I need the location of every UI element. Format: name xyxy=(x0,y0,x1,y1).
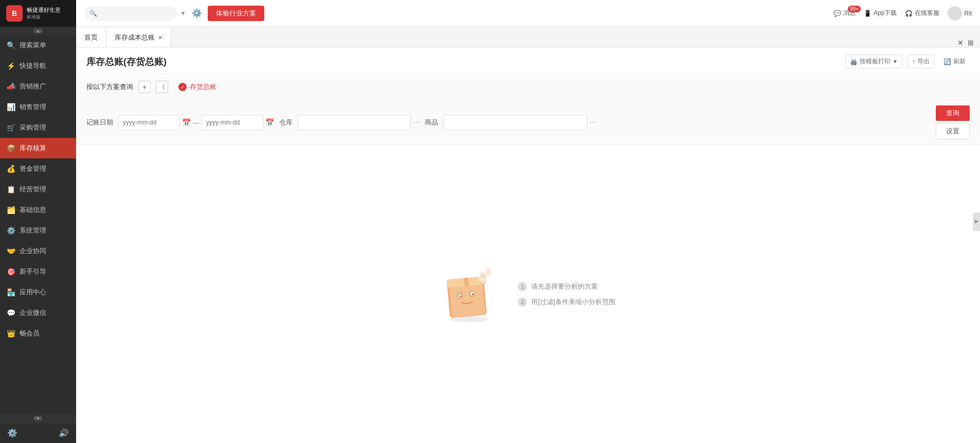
settings-button[interactable]: 设置 xyxy=(936,123,970,139)
app-name: 畅捷通好生意 xyxy=(27,6,61,14)
product-field-label: 商品 xyxy=(425,118,438,127)
sidebar-item-basic[interactable]: 🗂️ 基础信息 xyxy=(0,200,76,220)
tab-home-label: 首页 xyxy=(84,33,98,42)
product-field: ··· xyxy=(443,115,596,130)
app-download-button[interactable]: 📱 App下载 xyxy=(864,9,897,17)
tab-controls: ✕ ⊞ xyxy=(951,39,980,47)
audio-footer-icon[interactable]: 🔊 xyxy=(59,428,69,438)
sidebar-item-sales[interactable]: 📊 销售管理 xyxy=(0,97,76,117)
sidebar-item-cooperation-label: 企业协同 xyxy=(20,246,46,256)
hint-text-1: 请先选择要分析的方案 xyxy=(531,282,598,291)
logo-icon: B xyxy=(6,5,23,22)
main-content: 🔍 ▼ ⚙️ 体验行业方案 💬 消息 99+ 📱 App下载 🎧 在线客服 xyxy=(76,0,980,443)
sidebar-item-cooperation[interactable]: 🤝 企业协同 xyxy=(0,241,76,261)
calendar-start-icon[interactable]: 📅 xyxy=(182,118,191,127)
sidebar-item-inventory[interactable]: 📦 库存核算 xyxy=(0,138,76,158)
industry-solution-button[interactable]: 体验行业方案 xyxy=(208,6,264,21)
scheme-item-label: 存货总账 xyxy=(190,82,216,92)
sidebar-item-member[interactable]: 👑 畅会员 xyxy=(0,323,76,344)
sidebar-item-system-label: 系统管理 xyxy=(20,226,46,235)
dropdown-chevron-icon[interactable]: ▼ xyxy=(180,10,186,17)
calendar-end-icon[interactable]: 📅 xyxy=(265,118,274,127)
sidebar-item-purchase[interactable]: 🛒 采购管理 xyxy=(0,117,76,138)
topbar: 🔍 ▼ ⚙️ 体验行业方案 💬 消息 99+ 📱 App下载 🎧 在线客服 xyxy=(76,0,980,27)
online-service-button[interactable]: 🎧 在线客服 xyxy=(905,9,939,17)
product-input[interactable] xyxy=(443,115,587,130)
member-icon: 👑 xyxy=(6,329,15,338)
tab-inventory-cost[interactable]: 库存成本总账 ✕ xyxy=(106,28,171,47)
sidebar-item-operations[interactable]: 📋 经营管理 xyxy=(0,179,76,200)
panel-expand-icon[interactable]: ⊞ xyxy=(968,39,974,47)
wechat-icon: 💬 xyxy=(6,308,15,317)
sidebar-item-marketing[interactable]: 📣 营销推广 xyxy=(0,76,76,97)
print-dropdown-icon: ▼ xyxy=(893,59,898,64)
logo-text-area: 畅捷通好生意 标准版 xyxy=(27,6,61,21)
panel-close-icon[interactable]: ✕ xyxy=(957,39,964,47)
print-button[interactable]: 🖨️ 按模板打印 ▼ xyxy=(845,55,902,68)
hint-item-2: 2 用[过滤]条件来缩小分析范围 xyxy=(518,297,615,307)
cooperation-icon: 🤝 xyxy=(6,246,15,256)
sidebar-item-newbie[interactable]: 🎯 新手引导 xyxy=(0,261,76,282)
messages-button[interactable]: 💬 消息 99+ xyxy=(833,9,856,17)
sidebar-item-shortcut[interactable]: ⚡ 快捷导航 xyxy=(0,56,76,76)
scheme-item-inventory[interactable]: ✓ 存货总账 xyxy=(173,80,222,94)
warehouse-field-label: 仓库 xyxy=(279,118,293,127)
date-start-input[interactable] xyxy=(118,115,180,130)
hint-number-2: 2 xyxy=(518,297,527,307)
filter-collapse-button[interactable]: 《 xyxy=(156,81,168,93)
tab-close-icon[interactable]: ✕ xyxy=(158,34,162,41)
phone-icon: 📱 xyxy=(864,10,872,17)
date-field-label: 记账日期 xyxy=(86,118,113,127)
finance-icon: 💰 xyxy=(6,164,15,173)
empty-illustration xyxy=(441,263,502,325)
lid-stripe xyxy=(464,277,469,286)
settings-footer-icon[interactable]: ⚙️ xyxy=(7,428,17,438)
action-buttons: 查询 设置 xyxy=(936,105,970,139)
messages-badge: 99+ xyxy=(848,6,861,12)
app-badge: 标准版 xyxy=(27,14,61,21)
box-face xyxy=(450,283,485,317)
topbar-search-box[interactable]: 🔍 xyxy=(84,6,177,21)
sidebar-item-system[interactable]: ⚙️ 系统管理 xyxy=(0,220,76,241)
export-button[interactable]: ↑ 导出 xyxy=(908,55,934,68)
warehouse-input[interactable] xyxy=(298,115,411,130)
empty-svg-illustration xyxy=(441,263,502,325)
scroll-track-top: ▲ xyxy=(34,29,42,33)
filter-inputs-area: 记账日期 📅 — 📅 仓库 ··· 商品 ··· xyxy=(76,100,980,145)
sidebar-item-newbie-label: 新手引导 xyxy=(20,267,46,276)
topbar-right: 💬 消息 99+ 📱 App下载 🎧 在线客服 Rit xyxy=(833,6,972,21)
sidebar-item-finance[interactable]: 💰 资金管理 xyxy=(0,158,76,179)
sidebar-item-wechat[interactable]: 💬 企业微信 xyxy=(0,303,76,323)
product-more-icon[interactable]: ··· xyxy=(589,118,596,127)
basic-icon: 🗂️ xyxy=(6,205,15,215)
right-panel-toggle[interactable]: ▶ xyxy=(973,212,980,231)
scroll-track-bottom: ▼ xyxy=(34,416,42,420)
topbar-settings-icon[interactable]: ⚙️ xyxy=(189,6,205,21)
tab-home[interactable]: 首页 xyxy=(76,28,106,47)
date-end-input[interactable] xyxy=(202,115,263,130)
filter-add-button[interactable]: + xyxy=(138,81,151,93)
sidebar-item-purchase-label: 采购管理 xyxy=(20,123,46,132)
print-icon: 🖨️ xyxy=(850,58,858,65)
sidebar-item-appstore[interactable]: 🏪 应用中心 xyxy=(0,282,76,303)
sidebar-item-appstore-label: 应用中心 xyxy=(20,288,46,297)
page-header: 库存总账(存货总账) 🖨️ 按模板打印 ▼ ↑ 导出 🔄 刷新 xyxy=(76,47,980,74)
hint-text-2: 用[过滤]条件来缩小分析范围 xyxy=(531,297,615,307)
refresh-icon: 🔄 xyxy=(943,58,951,65)
sidebar-item-marketing-label: 营销推广 xyxy=(20,82,46,91)
headset-icon: 🎧 xyxy=(905,10,913,17)
print-label: 按模板打印 xyxy=(860,57,891,66)
date-separator: — xyxy=(193,119,199,127)
scroll-up-indicator: ▲ xyxy=(36,29,40,33)
sidebar-item-search[interactable]: 🔍 搜索菜单 xyxy=(0,35,76,56)
user-avatar-area[interactable]: Rit xyxy=(948,6,972,21)
query-button[interactable]: 查询 xyxy=(936,105,970,121)
page-content: 库存总账(存货总账) 🖨️ 按模板打印 ▼ ↑ 导出 🔄 刷新 按以下方案查 xyxy=(76,47,980,443)
warehouse-more-icon[interactable]: ··· xyxy=(413,118,420,127)
sidebar-item-sales-label: 销售管理 xyxy=(20,102,46,112)
refresh-button[interactable]: 🔄 刷新 xyxy=(939,55,970,68)
search-area: 🔍 ▼ ⚙️ 体验行业方案 xyxy=(84,6,828,21)
hint-item-1: 1 请先选择要分析的方案 xyxy=(518,282,615,291)
tabs-bar: 首页 库存成本总账 ✕ ✕ ⊞ xyxy=(76,27,980,47)
app-logo: B 畅捷通好生意 标准版 xyxy=(0,0,76,27)
